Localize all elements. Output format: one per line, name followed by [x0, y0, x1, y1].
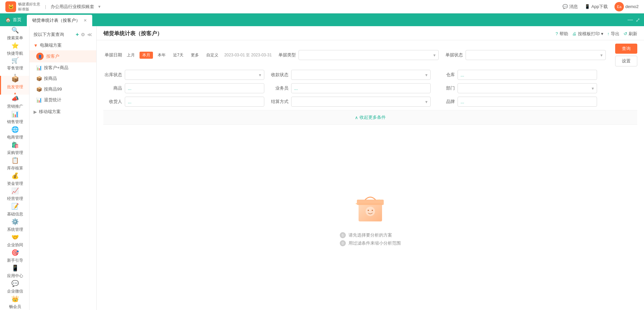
collapse-button[interactable]: ∧ 收起更多条件	[350, 112, 391, 122]
sidebar-item-corp-wechat[interactable]: 💬 企业微信	[0, 279, 29, 295]
tab-close-icon[interactable]: ✕	[84, 18, 87, 23]
brand-dots[interactable]: ...	[461, 99, 464, 104]
filter-row-4: 收货人 ... 结算方式 ▾	[103, 97, 637, 107]
collab-icon: 🤝	[11, 234, 19, 241]
template-print-button[interactable]: 🖨 按模板打印 ▾	[572, 31, 603, 37]
product-dots[interactable]: ...	[128, 86, 131, 91]
tree-by-customer[interactable]: 👤 按客户	[30, 50, 96, 62]
export-button[interactable]: ↑ 导出	[607, 31, 620, 37]
salesperson-input[interactable]: ...	[291, 83, 431, 93]
product-input[interactable]: ...	[125, 83, 264, 93]
sidebar-item-wholesale[interactable]: 📦 批发管理 ▲	[0, 76, 29, 95]
basic-icon: 📝	[11, 203, 19, 210]
salesperson-dots[interactable]: ...	[294, 86, 298, 91]
sidebar-item-marketing[interactable]: 📣 营销推广	[0, 95, 29, 110]
date-this-month[interactable]: 本月	[140, 52, 153, 59]
scheme-settings-button[interactable]: ⚙	[81, 32, 85, 37]
left-panel: 按以下方案查询 + ⚙ ≪ ▼ 电脑端方案 👤 按客户 📊	[30, 26, 97, 310]
consignee-label: 收货人	[103, 99, 122, 105]
app-center-icon: 📱	[11, 264, 19, 272]
settings-button[interactable]: 设置	[615, 56, 637, 66]
tree-desktop-header[interactable]: ▼ 电脑端方案	[30, 40, 96, 50]
message-button[interactable]: 💬 消息	[562, 4, 578, 10]
minimize-button[interactable]: —	[628, 17, 633, 23]
query-button[interactable]: 查询	[615, 44, 637, 54]
warehouse-input[interactable]: ...	[458, 70, 597, 80]
help-icon: ?	[555, 31, 558, 36]
tree-by-product[interactable]: 📦 按商品	[30, 73, 96, 84]
settlement-arrow: ▾	[425, 99, 428, 104]
sidebar-item-member[interactable]: 👑 畅会员	[0, 295, 29, 310]
tree-mobile-group[interactable]: ▶ 移动端方案	[30, 107, 96, 117]
product-label: 商品	[103, 85, 122, 91]
date-more[interactable]: 更多	[188, 52, 202, 59]
tree-by-customer-product[interactable]: 📊 按客户+商品	[30, 62, 96, 73]
consignee-input[interactable]: ...	[125, 97, 264, 107]
consignee-dots[interactable]: ...	[128, 99, 131, 104]
doc-status-select[interactable]: ▾	[466, 50, 606, 60]
download-icon: 📱	[585, 4, 590, 9]
warehouse-dots[interactable]: ...	[461, 72, 464, 78]
return-stat-label: 退货统计	[44, 97, 61, 103]
tree-by-product-99[interactable]: 📦 按商品99	[30, 84, 96, 95]
export-icon: ↑	[607, 31, 610, 36]
sidebar-item-sales[interactable]: 📊 销售管理	[0, 110, 29, 125]
print-icon: 🖨	[572, 31, 577, 36]
sales-icon: 📊	[11, 110, 19, 118]
tip-num-2: ②	[340, 240, 346, 246]
logo-icon: 🐱	[5, 1, 16, 12]
sidebar-item-search[interactable]: 🔍 搜索菜单	[0, 26, 29, 42]
app-download-button[interactable]: 📱 App下载	[585, 4, 608, 10]
collapse-panel-button[interactable]: ≪	[87, 32, 92, 37]
date-filter-col: 单据日期 上月 本月 本年 近7天 更多 自定义 2023-03-01 至 20…	[103, 52, 272, 59]
sidebar-item-app-center[interactable]: 📱 应用中心	[0, 264, 29, 279]
sidebar-item-finance[interactable]: 💰 资金管理	[0, 171, 29, 187]
doc-type-select[interactable]: ▾	[299, 50, 439, 60]
logo-text: 畅捷通好生意 标准版	[18, 2, 40, 11]
refresh-button[interactable]: ↺ 刷新	[624, 31, 637, 37]
department-select[interactable]: ▾	[458, 83, 597, 93]
tab-home[interactable]: 🏠 首页	[0, 13, 27, 26]
help-button[interactable]: ? 帮助	[555, 31, 568, 37]
sidebar-item-basic[interactable]: 📝 基础信息	[0, 202, 29, 218]
tree-return-stat[interactable]: 📊 退货统计	[30, 95, 96, 105]
date-range-display: 2023-03-01 至 2023-03-31	[224, 52, 272, 58]
sidebar-item-quick-nav[interactable]: ⭐ 快捷导航	[0, 42, 29, 57]
sidebar-item-newbie[interactable]: 🎯 新手引导	[0, 249, 29, 264]
empty-tip-2: ② 用过滤条件来缩小分析范围	[340, 240, 401, 246]
filter-rows-wrap: 单据日期 上月 本月 本年 近7天 更多 自定义 2023-03-01 至 20…	[103, 40, 637, 107]
user-menu[interactable]: Ea demo2	[614, 2, 639, 11]
sidebar-item-corp-collab[interactable]: 🤝 企业协同	[0, 233, 29, 249]
sidebar-item-inventory[interactable]: 📋 库存核算	[0, 156, 29, 171]
top-dropdown-icon[interactable]: ▾	[98, 4, 101, 9]
expand-button[interactable]: ⤢	[636, 17, 640, 23]
date-7days[interactable]: 近7天	[170, 52, 186, 59]
star-icon: ⭐	[11, 42, 19, 49]
settlement-select[interactable]: ▾	[291, 97, 431, 107]
add-scheme-button[interactable]: +	[76, 32, 79, 38]
sidebar-item-operation[interactable]: 📈 经营管理	[0, 187, 29, 202]
sidebar-item-system[interactable]: ⚙️ 系统管理	[0, 218, 29, 233]
collapse-up-icon: ∧	[355, 115, 358, 120]
doc-status-col: 单据状态 ▾	[444, 50, 606, 60]
out-status-arrow: ▾	[259, 72, 261, 78]
warehouse-label: 仓库	[436, 72, 455, 78]
doc-status-arrow: ▾	[600, 53, 603, 58]
payment-status-select[interactable]: ▾	[291, 70, 431, 80]
payment-status-col: 收款状态 ▾	[270, 70, 431, 80]
date-last-month[interactable]: 上月	[124, 52, 138, 59]
out-status-select[interactable]: ▾	[125, 70, 264, 80]
sidebar-item-retail[interactable]: 🛒 零售管理 ▲	[0, 57, 29, 76]
date-custom[interactable]: 自定义	[204, 52, 221, 59]
brand-input[interactable]: ...	[458, 97, 597, 107]
date-label: 单据日期	[103, 52, 122, 58]
sidebar-item-ecom[interactable]: 🌐 电商管理	[0, 125, 29, 141]
mobile-group-label: 移动端方案	[39, 109, 61, 115]
left-panel-title: 按以下方案查询	[34, 32, 64, 38]
sidebar-item-purchase[interactable]: 🛍️ 采购管理	[0, 141, 29, 156]
content: 按以下方案查询 + ⚙ ≪ ▼ 电脑端方案 👤 按客户 📊	[30, 26, 644, 310]
by-product-99-icon: 📦	[36, 87, 42, 92]
print-dropdown-icon[interactable]: ▾	[601, 31, 603, 36]
tab-sales-stat[interactable]: 销货单统计表（按客户） ✕	[27, 15, 92, 26]
date-this-year[interactable]: 本年	[155, 52, 168, 59]
